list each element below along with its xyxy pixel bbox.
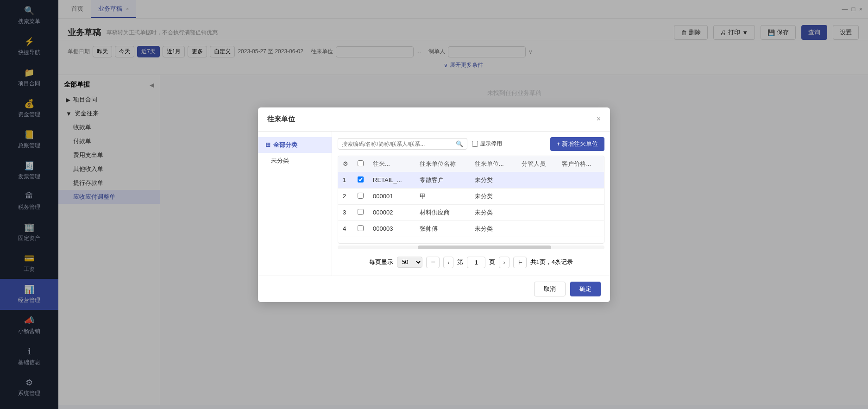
- row-code: 000003: [368, 220, 415, 237]
- row-checkbox[interactable]: [358, 193, 364, 199]
- row-code: RETAIL_...: [368, 172, 415, 188]
- row-price: [557, 172, 604, 188]
- table-row[interactable]: 3 000002 材料供应商 未分类: [338, 204, 604, 220]
- counterpart-table: ⚙ 往来... 往来单位名称 往来单位... 分管人员 客户价格...: [338, 156, 604, 244]
- row-category: 未分类: [470, 188, 517, 204]
- row-name: 材料供应商: [415, 204, 470, 220]
- dialog-footer: 取消 确定: [258, 276, 610, 302]
- search-box: 🔍: [338, 138, 467, 150]
- col-price: 客户价格...: [557, 156, 604, 172]
- row-code: 000002: [368, 204, 415, 220]
- row-manager: [517, 204, 558, 220]
- row-price: [557, 204, 604, 220]
- confirm-button[interactable]: 确定: [570, 282, 601, 296]
- dialog-title: 往来单位: [267, 115, 295, 124]
- row-manager: [517, 220, 558, 237]
- dialog-category-panel: ⊞ 全部分类 未分类: [258, 132, 332, 276]
- new-counterpart-button[interactable]: + 新增往来单位: [550, 137, 604, 151]
- row-no: 3: [338, 204, 353, 220]
- scrollbar-thumb[interactable]: [418, 245, 551, 249]
- per-page-label: 每页显示: [369, 258, 393, 266]
- row-checkbox[interactable]: [358, 225, 364, 231]
- prev-page-button[interactable]: ‹: [443, 257, 453, 268]
- grid-icon: ⊞: [265, 141, 270, 148]
- first-page-button[interactable]: ⊨: [426, 257, 440, 268]
- row-category: 未分类: [470, 204, 517, 220]
- last-page-button[interactable]: ⊩: [513, 257, 527, 268]
- col-manager: 分管人员: [517, 156, 558, 172]
- next-page-button[interactable]: ›: [499, 257, 509, 268]
- search-icon: 🔍: [456, 140, 463, 147]
- select-all-checkbox[interactable]: [358, 160, 364, 166]
- page-number-input[interactable]: [467, 257, 485, 268]
- disabled-checkbox-input[interactable]: [472, 141, 478, 147]
- row-no: 4: [338, 220, 353, 237]
- category-all[interactable]: ⊞ 全部分类: [258, 137, 332, 153]
- row-no: 1: [338, 172, 353, 188]
- dialog-body: ⊞ 全部分类 未分类 🔍 显示停用: [258, 132, 610, 276]
- row-category: 未分类: [470, 172, 517, 188]
- show-disabled-checkbox[interactable]: 显示停用: [472, 140, 502, 148]
- row-name: 张帅傅: [415, 220, 470, 237]
- col-code: 往来...: [368, 156, 415, 172]
- total-info: 共1页，4条记录: [530, 258, 573, 266]
- table-row[interactable]: 1 RETAIL_... 零散客户 未分类: [338, 172, 604, 188]
- page-unit: 页: [489, 258, 495, 266]
- search-input[interactable]: [342, 141, 456, 147]
- row-checkbox[interactable]: [358, 209, 364, 215]
- cancel-button[interactable]: 取消: [534, 282, 566, 296]
- pagination: 每页显示 50 100 ⊨ ‹ 第 页 › ⊩ 共1页，4条记录: [338, 251, 604, 270]
- page-word: 第: [457, 258, 463, 266]
- row-price: [557, 220, 604, 237]
- dialog-toolbar: 🔍 显示停用 + 新增往来单位: [338, 137, 604, 151]
- row-name: 甲: [415, 188, 470, 204]
- table-row[interactable]: 2 000001 甲 未分类: [338, 188, 604, 204]
- row-name: 零散客户: [415, 172, 470, 188]
- row-no: 2: [338, 188, 353, 204]
- horizontal-scrollbar[interactable]: [338, 245, 604, 249]
- counterpart-dialog: 往来单位 × ⊞ 全部分类 未分类 🔍: [258, 107, 610, 302]
- row-manager: [517, 172, 558, 188]
- dialog-header: 往来单位 ×: [258, 107, 610, 132]
- dialog-right-panel: 🔍 显示停用 + 新增往来单位 ⚙: [332, 132, 610, 276]
- row-code: 000001: [368, 188, 415, 204]
- category-unclassified[interactable]: 未分类: [258, 153, 332, 169]
- row-manager: [517, 188, 558, 204]
- dialog-overlay: 往来单位 × ⊞ 全部分类 未分类 🔍: [0, 0, 868, 409]
- table: ⚙ 往来... 往来单位名称 往来单位... 分管人员 客户价格...: [338, 156, 604, 237]
- col-checkbox[interactable]: [353, 156, 368, 172]
- col-category: 往来单位...: [470, 156, 517, 172]
- col-settings[interactable]: ⚙: [338, 156, 353, 172]
- table-row[interactable]: 4 000003 张帅傅 未分类: [338, 220, 604, 237]
- dialog-close-button[interactable]: ×: [597, 115, 601, 123]
- row-price: [557, 188, 604, 204]
- per-page-select[interactable]: 50 100: [397, 257, 422, 268]
- col-name: 往来单位名称: [415, 156, 470, 172]
- row-checkbox[interactable]: [358, 176, 364, 182]
- row-category: 未分类: [470, 220, 517, 237]
